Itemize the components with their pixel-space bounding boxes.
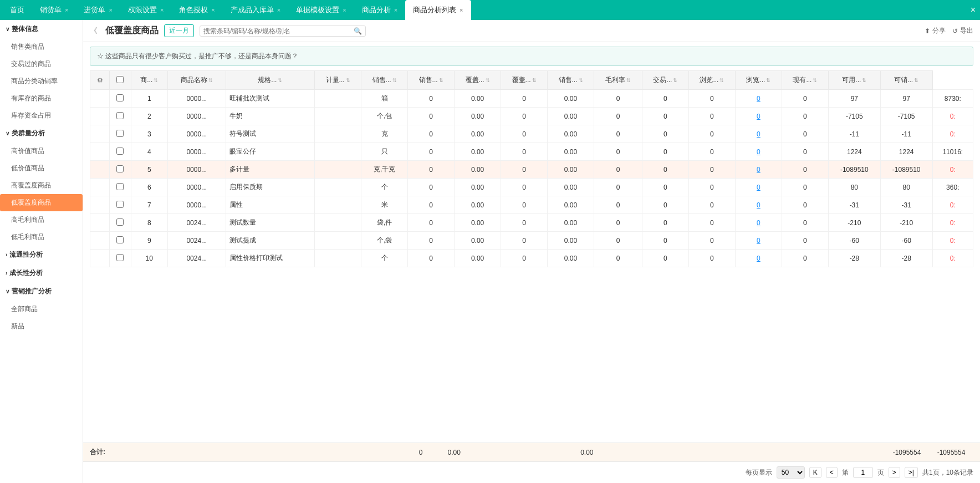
time-filter-button[interactable]: 近一月 — [164, 24, 194, 37]
sidebar-section-growth[interactable]: › 成长性分析 — [0, 264, 83, 282]
sidebar-item-stocked-goods[interactable]: 有库存的商品 — [0, 90, 83, 107]
name-column-header[interactable]: 商品名称⇅ — [167, 71, 226, 90]
sales-amt-column-header[interactable]: 销售...⇅ — [408, 71, 455, 90]
row-checkbox[interactable] — [110, 143, 131, 161]
row-select-checkbox[interactable] — [116, 183, 124, 190]
close-icon[interactable]: × — [343, 7, 346, 13]
page-number-input[interactable] — [853, 467, 873, 478]
row-browse1[interactable]: 0 — [735, 125, 782, 143]
sidebar-item-all-goods[interactable]: 全部商品 — [0, 301, 83, 318]
table-container[interactable]: ⚙ 商...⇅ 商品名称⇅ 规格...⇅ 计量...⇅ 销售...⇅ 销售...… — [83, 70, 980, 443]
coverage2-column-header[interactable]: 覆盖...⇅ — [501, 71, 548, 90]
coverage1-column-header[interactable]: 覆盖...⇅ — [455, 71, 501, 90]
sidebar-section-marketing[interactable]: ∨ 营销推广分析 — [0, 282, 83, 301]
close-icon[interactable]: × — [211, 7, 215, 13]
row-browse1[interactable]: 0 — [735, 179, 782, 196]
collapse-sidebar-button[interactable]: 《 — [90, 26, 98, 36]
row-select-checkbox[interactable] — [116, 130, 124, 137]
sidebar-item-low-value[interactable]: 低价值商品 — [0, 160, 83, 177]
row-select-checkbox[interactable] — [116, 201, 124, 208]
row-select-checkbox[interactable] — [116, 94, 124, 101]
row-available-stock: -7105 — [880, 108, 932, 125]
close-icon[interactable]: × — [460, 7, 463, 13]
row-checkbox[interactable] — [110, 196, 131, 214]
sidebar-item-stock-capital[interactable]: 库存资金占用 — [0, 107, 83, 124]
row-browse1[interactable]: 0 — [735, 214, 782, 232]
page-size-select[interactable]: 50 20 100 — [777, 466, 805, 479]
nav-tab-finished-goods[interactable]: 产成品入库单 × — [223, 0, 288, 20]
nav-tab-goods-analysis[interactable]: 商品分析 × — [354, 0, 405, 20]
sidebar-section-overall[interactable]: ∨ 整体信息 — [0, 20, 83, 38]
row-checkbox[interactable] — [110, 214, 131, 232]
trade-column-header[interactable]: 交易...⇅ — [642, 71, 688, 90]
search-input[interactable] — [203, 27, 354, 35]
saleable-column-header[interactable]: 可销...⇅ — [880, 71, 932, 90]
first-page-button[interactable]: K — [809, 467, 821, 478]
row-browse1[interactable]: 0 — [735, 250, 782, 267]
sidebar-item-traded-goods[interactable]: 交易过的商品 — [0, 55, 83, 73]
sidebar-section-cluster[interactable]: ∨ 类群量分析 — [0, 124, 83, 143]
sidebar-item-high-coverage[interactable]: 高覆盖度商品 — [0, 177, 83, 194]
row-browse1[interactable]: 0 — [735, 232, 782, 250]
close-icon[interactable]: × — [65, 7, 68, 13]
sales3-column-header[interactable]: 销售...⇅ — [548, 71, 594, 90]
row-browse1[interactable]: 0 — [735, 143, 782, 161]
row-browse1[interactable]: 0 — [735, 196, 782, 214]
sales-qty-column-header[interactable]: 销售...⇅ — [361, 71, 408, 90]
close-icon[interactable]: × — [394, 7, 397, 13]
code-column-header[interactable]: 商...⇅ — [131, 71, 167, 90]
sidebar-item-high-margin[interactable]: 高毛利商品 — [0, 211, 83, 228]
row-checkbox[interactable] — [110, 250, 131, 267]
row-checkbox[interactable] — [110, 232, 131, 250]
select-all-checkbox[interactable] — [116, 76, 124, 83]
sidebar-item-low-margin[interactable]: 低毛利商品 — [0, 228, 83, 246]
search-icon[interactable]: 🔍 — [354, 27, 362, 35]
row-checkbox[interactable] — [110, 161, 131, 179]
sidebar-item-high-value[interactable]: 高价值商品 — [0, 143, 83, 160]
sidebar-item-low-coverage[interactable]: 低覆盖度商品 — [0, 194, 83, 211]
browse2-column-header[interactable]: 浏览...⇅ — [735, 71, 782, 90]
sidebar-section-liquidity[interactable]: › 流通性分析 — [0, 246, 83, 264]
row-select-checkbox[interactable] — [116, 218, 124, 226]
settings-column-header[interactable]: ⚙ — [90, 71, 110, 90]
share-button[interactable]: ⬆ 分享 — [925, 26, 946, 35]
browse1-column-header[interactable]: 浏览...⇅ — [688, 71, 735, 90]
prev-page-button[interactable]: < — [826, 467, 838, 478]
current-stock-column-header[interactable]: 现有...⇅ — [782, 71, 828, 90]
close-all-tabs-icon[interactable]: × — [971, 5, 976, 15]
row-checkbox[interactable] — [110, 90, 131, 108]
last-page-button[interactable]: >| — [905, 467, 918, 478]
export-button[interactable]: ↺ 导出 — [952, 26, 973, 35]
row-select-checkbox[interactable] — [116, 148, 124, 155]
nav-tab-templates[interactable]: 单据模板设置 × — [288, 0, 354, 20]
row-checkbox[interactable] — [110, 179, 131, 196]
row-browse1[interactable]: 0 — [735, 108, 782, 125]
row-select-checkbox[interactable] — [116, 236, 124, 243]
checkbox-column-header[interactable] — [110, 71, 131, 90]
gross-margin-column-header[interactable]: 毛利率⇅ — [594, 71, 642, 90]
nav-tab-home[interactable]: 首页 — [2, 0, 32, 20]
nav-tab-roles[interactable]: 角色授权 × — [171, 0, 222, 20]
sidebar-item-sales-goods[interactable]: 销售类商品 — [0, 38, 83, 55]
nav-tab-sales[interactable]: 销货单 × — [32, 0, 76, 20]
row-select-checkbox[interactable] — [116, 254, 124, 261]
row-checkbox[interactable] — [110, 108, 131, 125]
nav-tab-goods-analysis-list[interactable]: 商品分析列表 × — [405, 0, 471, 20]
sidebar-item-new-goods[interactable]: 新品 — [0, 318, 83, 335]
nav-tab-purchase[interactable]: 进货单 × — [76, 0, 120, 20]
available-stock-column-header[interactable]: 可用...⇅ — [828, 71, 880, 90]
row-checkbox[interactable] — [110, 125, 131, 143]
close-icon[interactable]: × — [109, 7, 112, 13]
sidebar-item-category-rate[interactable]: 商品分类动销率 — [0, 73, 83, 90]
close-icon[interactable]: × — [277, 7, 280, 13]
nav-tab-permissions[interactable]: 权限设置 × — [120, 0, 171, 20]
settings-icon[interactable]: ⚙ — [97, 77, 103, 84]
spec-column-header[interactable]: 规格...⇅ — [226, 71, 315, 90]
unit-column-header[interactable]: 计量...⇅ — [315, 71, 361, 90]
next-page-button[interactable]: > — [889, 467, 900, 478]
row-browse1[interactable]: 0 — [735, 90, 782, 108]
row-select-checkbox[interactable] — [116, 112, 124, 119]
close-icon[interactable]: × — [160, 7, 164, 13]
row-browse1[interactable]: 0 — [735, 161, 782, 179]
row-select-checkbox[interactable] — [116, 165, 124, 172]
